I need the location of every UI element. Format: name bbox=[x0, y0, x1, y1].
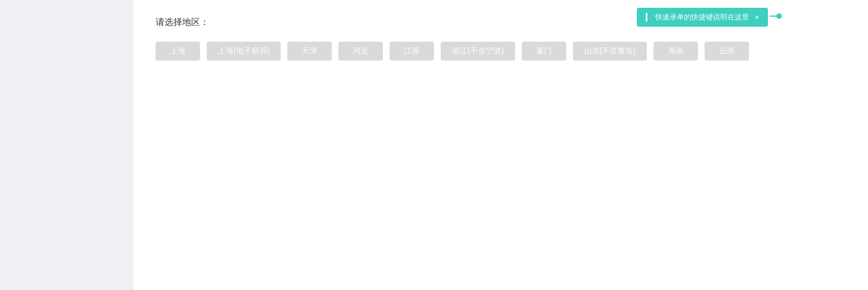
region-buttons: 上海上海(电子税局)天津河北江苏浙江(不含宁波)厦门山东(不含青岛)海南云南 bbox=[156, 42, 846, 61]
tooltip-dot bbox=[776, 13, 782, 19]
region-button[interactable]: 江苏 bbox=[390, 42, 434, 61]
sidebar bbox=[0, 0, 133, 290]
region-button[interactable]: 厦门 bbox=[522, 42, 566, 61]
region-button[interactable]: 浙江(不含宁波) bbox=[441, 42, 515, 61]
region-button[interactable]: 上海(电子税局) bbox=[207, 42, 281, 61]
region-button[interactable]: 上海 bbox=[156, 42, 200, 61]
tooltip-text: 快速录单的快捷键说明在这里 bbox=[655, 12, 749, 22]
region-button[interactable]: 天津 bbox=[287, 42, 332, 61]
region-button[interactable]: 河北 bbox=[338, 42, 383, 61]
region-button[interactable]: 云南 bbox=[705, 42, 749, 61]
tooltip-close-button[interactable]: × bbox=[755, 13, 759, 22]
tooltip-banner: 快速录单的快捷键说明在这里 × bbox=[637, 8, 768, 27]
region-button[interactable]: 山东(不含青岛) bbox=[573, 42, 647, 61]
region-button[interactable]: 海南 bbox=[654, 42, 698, 61]
main-content: 请选择地区： 上海上海(电子税局)天津河北江苏浙江(不含宁波)厦门山东(不含青岛… bbox=[133, 0, 868, 290]
